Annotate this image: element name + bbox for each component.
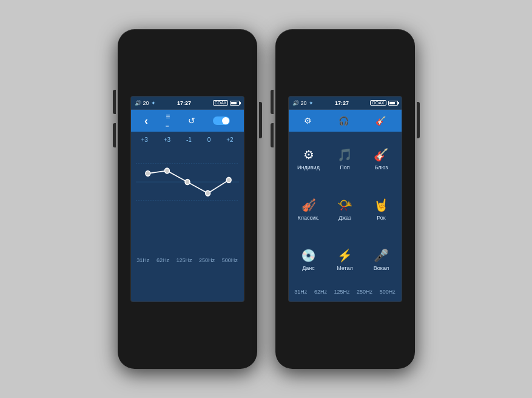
metal-icon: ⚡	[337, 248, 352, 263]
blues-label: Блюз	[375, 164, 388, 170]
freq2-250: 250Hz	[357, 289, 372, 295]
time-2: 17:27	[335, 100, 349, 106]
repeat-icon[interactable]: ↺	[188, 116, 195, 126]
menu-top-bar: ⚙ 🎧 🎸	[289, 110, 402, 132]
menu-blues[interactable]: 🎸 Блюз	[364, 134, 399, 183]
freq-31: 31Hz	[136, 257, 149, 263]
back-button[interactable]: ‹	[144, 115, 148, 127]
menu-vocal[interactable]: 🎤 Вокал	[364, 235, 399, 284]
pop-label: Поп	[340, 164, 349, 170]
coax-badge-2: OOAX	[370, 100, 386, 106]
side-button[interactable]	[259, 102, 262, 138]
volume-2: 20	[301, 100, 307, 106]
freq2-125: 125Hz	[334, 289, 349, 295]
pop-icon: 🎵	[337, 147, 352, 162]
freq2-62: 62Hz	[314, 289, 327, 295]
menu-headphones-icon[interactable]: 🎧	[338, 116, 349, 126]
classic-label: Классик.	[298, 215, 320, 221]
svg-point-5	[185, 180, 190, 185]
freq2-500: 500Hz	[380, 289, 396, 295]
status-left-2: 🔊 20 ✦	[292, 100, 314, 106]
svg-point-7	[226, 177, 231, 183]
menu-jazz[interactable]: 📯 Джаз	[328, 184, 363, 234]
rock-label: Рок	[377, 215, 386, 221]
speaker-icon-2: 🔊	[292, 100, 299, 106]
eq-val-1: +3	[164, 137, 170, 143]
freq-62: 62Hz	[157, 257, 169, 263]
freq2-31: 31Hz	[294, 289, 307, 295]
individual-icon: ⚙	[303, 147, 314, 162]
freq-250: 250Hz	[199, 257, 215, 263]
toggle-knob	[222, 117, 229, 124]
rock-icon: 🤘	[374, 198, 389, 212]
eq-toolbar: ‹ ≡═ ↺	[131, 110, 244, 132]
individual-label: Индивид	[297, 164, 320, 170]
eq-val-2: -1	[186, 137, 192, 143]
freq-125: 125Hz	[176, 257, 192, 263]
menu-individual[interactable]: ⚙ Индивид	[291, 134, 326, 183]
eq-menu-grid: ⚙ Индивид 🎵 Поп 🎸 Блюз 🎻 Классик. 📯 Джаз…	[289, 132, 402, 286]
device-1: 🔊 20 ✦ 17:27 COAX ‹ ≡═ ↺ +3 +3	[118, 29, 257, 369]
battery-icon-1	[230, 101, 240, 106]
speaker-icon-1: 🔊	[135, 100, 141, 106]
dance-label: Данс	[302, 265, 315, 271]
svg-point-4	[164, 168, 169, 174]
menu-classic[interactable]: 🎻 Классик.	[291, 184, 326, 234]
battery-fill-2	[389, 102, 396, 104]
jazz-label: Джаз	[338, 215, 351, 221]
battery-fill-1	[231, 102, 236, 104]
battery-icon-2	[388, 101, 398, 106]
status-left-1: 🔊 20 ✦	[135, 100, 156, 106]
screen-2: 🔊 20 ✦ 17:27 OOAX ⚙ 🎧 🎸 ⚙	[288, 96, 402, 302]
freq-labels-2: 31Hz 62Hz 125Hz 250Hz 500Hz	[289, 286, 402, 297]
bluetooth-icon-2: ✦	[309, 100, 314, 106]
status-right-1: COAX	[213, 100, 240, 106]
eq-graph	[131, 146, 244, 218]
status-right-2: OOAX	[370, 100, 397, 106]
status-bar-1: 🔊 20 ✦ 17:27 COAX	[131, 96, 244, 110]
eq-curve	[136, 146, 239, 218]
svg-point-3	[145, 170, 150, 176]
menu-metal[interactable]: ⚡ Метал	[328, 235, 363, 284]
vocal-label: Вокал	[374, 265, 389, 271]
metal-label: Метал	[337, 265, 353, 271]
screen-1: 🔊 20 ✦ 17:27 COAX ‹ ≡═ ↺ +3 +3	[130, 96, 244, 302]
freq-500: 500Hz	[222, 257, 238, 263]
side-button-2[interactable]	[417, 102, 420, 138]
svg-point-6	[205, 191, 210, 196]
menu-guitar-icon[interactable]: 🎸	[375, 116, 386, 126]
menu-pop[interactable]: 🎵 Поп	[328, 134, 363, 183]
settings-icon[interactable]: ≡═	[166, 112, 170, 129]
coax-badge-1: COAX	[213, 100, 229, 106]
eq-toggle[interactable]	[213, 116, 230, 125]
classic-icon: 🎻	[301, 198, 316, 212]
freq-labels-1: 31Hz 62Hz 125Hz 250Hz 500Hz	[131, 255, 244, 266]
status-bar-2: 🔊 20 ✦ 17:27 OOAX	[289, 96, 402, 110]
eq-val-3: 0	[207, 137, 211, 143]
device-2: 🔊 20 ✦ 17:27 OOAX ⚙ 🎧 🎸 ⚙	[275, 29, 415, 369]
jazz-icon: 📯	[337, 198, 352, 212]
vocal-icon: 🎤	[374, 248, 389, 263]
eq-val-0: +3	[141, 137, 147, 143]
menu-settings-icon[interactable]: ⚙	[304, 116, 312, 126]
blues-icon: 🎸	[374, 147, 389, 162]
dance-icon: 💿	[301, 248, 316, 263]
menu-dance[interactable]: 💿 Данс	[291, 235, 326, 284]
time-1: 17:27	[177, 100, 191, 106]
eq-values: +3 +3 -1 0 +2	[131, 132, 244, 146]
volume-1: 20	[143, 100, 149, 106]
menu-rock[interactable]: 🤘 Рок	[364, 184, 399, 234]
eq-val-4: +2	[226, 137, 233, 143]
bluetooth-icon-1: ✦	[151, 100, 156, 106]
